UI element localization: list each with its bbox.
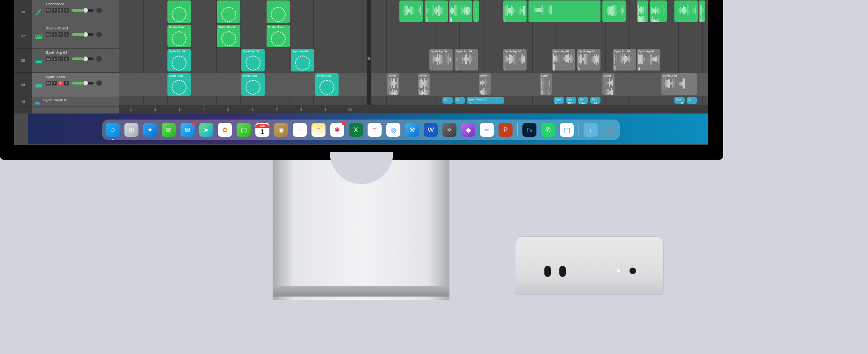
region[interactable]: Synt [674, 97, 685, 104]
region[interactable] [674, 0, 698, 22]
region[interactable] [399, 0, 423, 22]
bar-tick[interactable]: 5 [216, 105, 240, 113]
arrange-area[interactable]: Studio GrandStudio GrandStudio Grand Syn… [119, 0, 708, 113]
input-button[interactable]: I [64, 57, 69, 61]
dock-xcode-icon[interactable]: ⚒ [405, 123, 419, 137]
bar-tick[interactable]: 6 [240, 105, 265, 113]
mute-button[interactable]: M [46, 32, 51, 37]
pane-divider[interactable] [367, 0, 371, 113]
record-button[interactable]: R [58, 57, 63, 61]
input-button[interactable]: I [64, 8, 69, 13]
volume-fader[interactable] [72, 33, 94, 36]
dock-slack-icon[interactable]: ✱ [330, 123, 344, 137]
region[interactable] [217, 0, 240, 23]
region[interactable]: Synth Arp 04 [291, 49, 314, 71]
region[interactable]: Synth Arp 04 [455, 49, 478, 71]
dock-powerpoint-icon[interactable]: P [499, 123, 513, 137]
dock-photoshop-icon[interactable]: Ps [522, 123, 536, 137]
region[interactable] [650, 0, 667, 22]
dock-todoist-icon[interactable]: ≡ [368, 123, 382, 137]
region[interactable]: Sy [455, 97, 465, 104]
dock-chrome-icon[interactable]: ◎ [386, 123, 400, 137]
track-lane[interactable]: Studio GrandStudio GrandStudio Grand [119, 24, 708, 48]
bar-tick[interactable]: 1 [119, 105, 143, 113]
record-button[interactable]: R [58, 8, 63, 13]
mute-button[interactable]: M [46, 81, 51, 85]
bar-tick[interactable]: 4 [192, 105, 216, 113]
track-lane-selected[interactable]: Synth LeadSynth LeadSynth LeadSynthSynth… [119, 73, 708, 96]
dock-notes-icon[interactable]: ≡ [311, 123, 326, 137]
region[interactable]: Studio Grand [267, 25, 290, 47]
solo-button[interactable]: S [52, 81, 57, 85]
region[interactable]: Synth [387, 73, 399, 95]
record-button-armed[interactable]: R [58, 81, 63, 85]
region[interactable]: Synth Arp 04 [637, 49, 660, 71]
track-header[interactable]: Dancefloor M S R I [32, 0, 119, 24]
region[interactable] [449, 0, 472, 22]
dock-whatsapp-icon[interactable]: ✆ [541, 123, 555, 137]
region[interactable]: Synth Arp 04 [552, 49, 575, 71]
track-header[interactable]: Studio Grand M S R I [32, 24, 119, 49]
region[interactable]: Synth [602, 73, 615, 95]
region[interactable]: Studio Grand [217, 25, 240, 47]
region[interactable]: Sy [442, 97, 453, 104]
region[interactable]: Synt [590, 97, 600, 104]
region[interactable] [425, 0, 448, 22]
dock-zoom-icon[interactable]: zm [480, 123, 494, 137]
bar-tick[interactable]: 2 [143, 105, 167, 113]
region[interactable]: Synth Pluck 01 [467, 97, 504, 104]
dock-excel-icon[interactable]: X [349, 123, 363, 137]
region[interactable]: Synth Arp 04 [577, 49, 600, 71]
pan-knob[interactable] [96, 56, 102, 62]
region[interactable]: Synth [540, 73, 552, 95]
region[interactable] [473, 0, 479, 22]
dock-shortcuts-icon[interactable]: ✧ [442, 123, 456, 137]
input-button[interactable]: I [64, 81, 69, 85]
dock-word-icon[interactable]: W [424, 123, 438, 137]
region[interactable]: Synth Arp 04 [613, 49, 636, 71]
region[interactable]: Synth Arp 04 [429, 49, 453, 71]
pan-knob[interactable] [96, 32, 102, 37]
dock-launchpad-icon[interactable]: ⊞ [124, 123, 138, 137]
track-header[interactable]: Synth Pluck 01 [32, 97, 119, 106]
bar-tick[interactable]: 7 [265, 105, 289, 113]
dock-maps-icon[interactable]: ➤ [199, 123, 213, 137]
pan-knob[interactable] [96, 80, 102, 86]
dock-affinity-icon[interactable]: ◆ [461, 123, 475, 137]
region[interactable] [528, 0, 600, 22]
region[interactable]: Studio Grand [167, 25, 191, 47]
region[interactable]: Synth Lead [661, 73, 697, 95]
record-button[interactable]: R [58, 32, 63, 37]
region[interactable]: Sy [687, 97, 697, 104]
region[interactable] [267, 0, 290, 23]
bar-tick[interactable]: 9 [313, 105, 338, 113]
volume-fader[interactable] [72, 9, 94, 12]
dock-mail-icon[interactable]: ✉ [181, 123, 195, 137]
dock-facetime-icon[interactable]: ▢ [237, 123, 251, 137]
dock-docs-icon[interactable]: ▤ [560, 123, 574, 137]
region[interactable]: Synth Lead [315, 73, 339, 96]
track-lane[interactable]: Synth Arp 04Synth Arp 04Synth Arp 04Synt… [119, 49, 708, 72]
track-header[interactable]: Synth Arp 04 M S R I [32, 49, 119, 73]
region[interactable] [637, 0, 648, 22]
dock-photos-icon[interactable]: ✿ [218, 123, 232, 137]
input-button[interactable]: I [64, 32, 69, 37]
region[interactable]: Synt [554, 97, 564, 104]
region[interactable]: Synth Arp 04 [503, 49, 527, 71]
region[interactable] [602, 0, 626, 22]
region[interactable] [699, 0, 705, 22]
pan-knob[interactable] [96, 7, 102, 13]
solo-button[interactable]: S [52, 57, 57, 61]
dock-safari-icon[interactable]: ✦ [143, 123, 157, 137]
dock-messages-icon[interactable]: ✉ [162, 123, 176, 137]
region[interactable]: Syn [578, 97, 588, 104]
region[interactable]: Syn [566, 97, 576, 104]
region[interactable]: Synth [418, 73, 430, 95]
dock-finder-icon[interactable]: ☺ [106, 123, 120, 137]
track-lane[interactable] [119, 0, 708, 23]
mute-button[interactable]: M [46, 8, 51, 13]
dock-calendar-icon[interactable]: APR1 [255, 123, 269, 137]
region[interactable]: Synth Lead [167, 73, 191, 96]
dock-reminders-icon[interactable]: ≣ [293, 123, 307, 137]
dock-downloads-icon[interactable]: ↓ [584, 123, 598, 137]
